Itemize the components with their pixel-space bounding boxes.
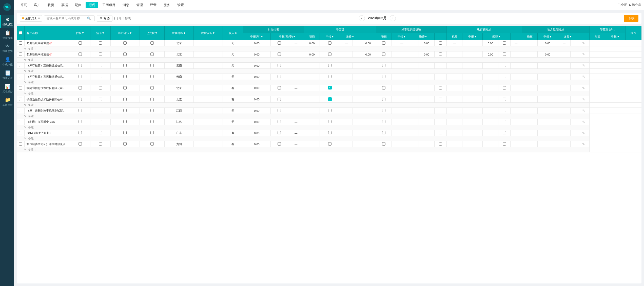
row-checkbox[interactable]	[150, 98, 154, 101]
nav-shezhi[interactable]: 设置	[174, 2, 187, 8]
edit-button[interactable]: ✎	[582, 52, 585, 56]
row-checkbox[interactable]	[278, 75, 281, 78]
vat-shenb-checkbox[interactable]	[328, 109, 331, 112]
row-select-checkbox[interactable]	[19, 52, 22, 56]
nav-kehu[interactable]: 客户	[31, 2, 44, 8]
search-input[interactable]	[46, 16, 87, 20]
row-checkbox[interactable]	[278, 120, 281, 123]
edu-shenb-checkbox[interactable]	[439, 131, 442, 134]
nav-jingying[interactable]: 经营	[147, 2, 160, 8]
row-checkbox[interactable]	[99, 120, 102, 123]
row-checkbox[interactable]	[278, 41, 281, 45]
row-checkbox[interactable]	[278, 64, 281, 67]
row-checkbox[interactable]	[123, 142, 127, 146]
row-checkbox[interactable]	[278, 109, 281, 112]
edit-button[interactable]: ✎	[582, 41, 585, 45]
row-checkbox[interactable]	[99, 142, 102, 146]
row-select-checkbox[interactable]	[19, 109, 22, 112]
row-checkbox[interactable]	[278, 86, 281, 90]
row-checkbox[interactable]	[79, 86, 82, 90]
vat-shenb-checkbox[interactable]	[328, 64, 331, 67]
vip-btn[interactable]: ▶ 畅会员	[629, 3, 641, 7]
edit-button[interactable]: ✎	[582, 75, 585, 79]
nav-baoshui[interactable]: 报税	[86, 2, 98, 8]
row-checkbox[interactable]	[150, 86, 154, 90]
edit-button[interactable]: ✎	[582, 98, 585, 101]
urban-shenb-checkbox[interactable]	[382, 75, 385, 78]
vat-shenb-checkbox[interactable]	[328, 131, 331, 134]
edu-shenb-checkbox[interactable]	[439, 75, 442, 78]
urban-shenb-checkbox[interactable]	[382, 52, 385, 56]
nav-shoufei[interactable]: 收费	[45, 2, 57, 8]
row-select-checkbox[interactable]	[19, 75, 22, 78]
local-edu-shenb-checkbox[interactable]	[503, 142, 506, 146]
row-checkbox[interactable]	[150, 52, 154, 56]
row-checkbox[interactable]	[123, 41, 127, 45]
row-checkbox[interactable]	[123, 131, 127, 134]
row-checkbox[interactable]	[79, 120, 82, 123]
nav-fuwu[interactable]: 服务	[161, 2, 173, 8]
row-checkbox[interactable]	[79, 109, 82, 112]
edit-button[interactable]: ✎	[582, 131, 585, 135]
edit-button[interactable]: ✎	[582, 86, 585, 90]
row-checkbox[interactable]	[79, 142, 82, 146]
local-edu-shenb-checkbox[interactable]	[503, 41, 506, 45]
nav-xiaoxi[interactable]: 消息	[120, 2, 132, 8]
next-month-button[interactable]: ›	[390, 15, 396, 21]
vat-shenb-checkbox[interactable]	[328, 41, 331, 45]
row-checkbox[interactable]	[79, 131, 82, 134]
row-select-checkbox[interactable]	[19, 86, 22, 90]
row-checkbox[interactable]	[79, 64, 82, 67]
vat-shenb-checkbox[interactable]	[328, 52, 331, 56]
sidebar-item-piliang-baoshui[interactable]: 📋 批量报税	[0, 28, 14, 42]
sidebar-item-geshui[interactable]: 👤 个税申报	[0, 55, 14, 68]
row-select-checkbox[interactable]	[19, 41, 22, 45]
row-select-checkbox[interactable]	[19, 131, 22, 134]
urban-shenb-checkbox[interactable]	[382, 131, 385, 134]
row-checkbox[interactable]	[278, 142, 281, 146]
edu-shenb-checkbox[interactable]	[439, 142, 442, 146]
urban-shenb-checkbox[interactable]	[382, 109, 385, 112]
select-all-checkbox[interactable]	[19, 31, 22, 34]
vat-shenb-checkbox[interactable]	[328, 142, 331, 146]
row-checkbox[interactable]	[150, 64, 154, 67]
edit-button[interactable]: ✎	[582, 64, 585, 67]
row-checkbox[interactable]	[123, 52, 127, 56]
edit-button[interactable]: ✎	[582, 109, 585, 113]
row-checkbox[interactable]	[150, 120, 154, 123]
filter-button[interactable]: ▼ 筛选	[97, 15, 112, 22]
row-checkbox[interactable]	[150, 75, 154, 78]
sidebar-item-huizong[interactable]: 📊 汇总摘抄	[0, 82, 14, 95]
row-select-checkbox[interactable]	[19, 120, 22, 123]
row-checkbox[interactable]	[150, 131, 154, 134]
row-checkbox[interactable]	[99, 86, 102, 90]
row-checkbox[interactable]	[99, 64, 102, 67]
row-select-checkbox[interactable]	[19, 64, 22, 67]
vat-shenb-checkbox[interactable]	[328, 120, 331, 123]
nav-piaoju[interactable]: 票据	[58, 2, 71, 8]
row-checkbox[interactable]	[99, 52, 102, 56]
row-checkbox[interactable]	[150, 109, 154, 112]
edu-shenb-checkbox[interactable]	[439, 120, 442, 123]
vat-shenb-checkbox[interactable]	[328, 75, 331, 78]
nav-shouye[interactable]: 首页	[17, 2, 30, 8]
row-checkbox[interactable]	[123, 75, 127, 78]
edu-shenb-checkbox[interactable]	[439, 86, 442, 90]
row-checkbox[interactable]	[123, 64, 127, 67]
row-checkbox[interactable]	[150, 41, 154, 45]
row-checkbox[interactable]	[278, 52, 281, 56]
edit-button[interactable]: ✎	[582, 120, 585, 124]
local-edu-shenb-checkbox[interactable]	[503, 120, 506, 123]
edu-shenb-checkbox[interactable]	[439, 64, 442, 67]
row-select-checkbox[interactable]	[19, 98, 22, 101]
sidebar-item-baoshui-jilu[interactable]: 📃 报税记录	[0, 68, 14, 82]
urban-shenb-checkbox[interactable]	[382, 120, 385, 123]
row-checkbox[interactable]	[79, 41, 82, 45]
fullscreen-btn[interactable]: ⛶ 全屏	[617, 3, 627, 7]
nav-gongshang[interactable]: 工商项目	[99, 2, 119, 8]
row-checkbox[interactable]	[123, 120, 127, 123]
employee-filter[interactable]: 全部员工 ▾	[20, 15, 42, 22]
row-checkbox[interactable]	[99, 131, 102, 134]
urban-shenb-checkbox[interactable]	[382, 98, 385, 101]
sidebar-item-baoshui-shezhi[interactable]: ⚙ 报税设置	[0, 15, 14, 28]
